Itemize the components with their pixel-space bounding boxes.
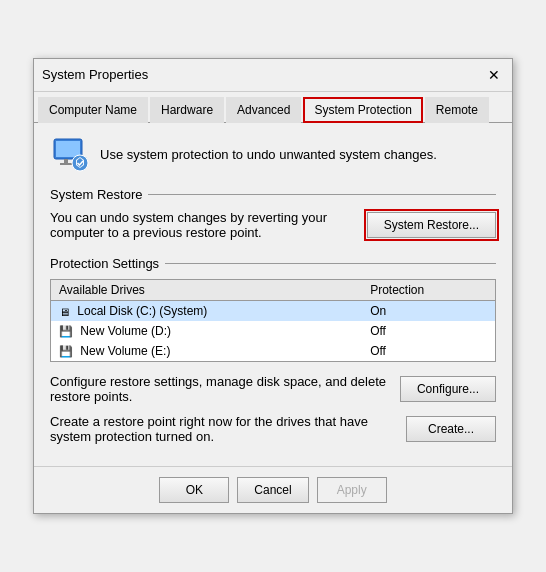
drive-icon: 💾 (59, 325, 73, 338)
drives-table: Available Drives Protection 🖥 Local Disk… (50, 279, 496, 363)
apply-button[interactable]: Apply (317, 477, 387, 503)
create-description: Create a restore point right now for the… (50, 414, 396, 444)
close-button[interactable]: ✕ (484, 65, 504, 85)
svg-rect-1 (56, 141, 80, 157)
protection-icon (50, 135, 90, 175)
header-description: Use system protection to undo unwanted s… (100, 147, 437, 162)
cancel-button[interactable]: Cancel (237, 477, 308, 503)
drive-protection: On (362, 300, 495, 321)
table-row[interactable]: 💾 New Volume (E:) Off (51, 341, 496, 362)
system-restore-button[interactable]: System Restore... (367, 212, 496, 238)
ok-button[interactable]: OK (159, 477, 229, 503)
svg-rect-3 (60, 163, 72, 165)
drive-name: 💾 New Volume (D:) (51, 321, 363, 341)
table-row[interactable]: 🖥 Local Disk (C:) (System) On (51, 300, 496, 321)
system-restore-label: System Restore (50, 187, 142, 202)
drive-icon: 💾 (59, 345, 73, 358)
protection-settings-label: Protection Settings (50, 256, 159, 271)
svg-rect-2 (64, 159, 68, 163)
table-row[interactable]: 💾 New Volume (D:) Off (51, 321, 496, 341)
configure-button[interactable]: Configure... (400, 376, 496, 402)
configure-description: Configure restore settings, manage disk … (50, 374, 390, 404)
restore-section: You can undo system changes by reverting… (50, 210, 496, 240)
drive-name: 💾 New Volume (E:) (51, 341, 363, 362)
content-area: Use system protection to undo unwanted s… (34, 123, 512, 467)
header-section: Use system protection to undo unwanted s… (50, 135, 496, 175)
create-button[interactable]: Create... (406, 416, 496, 442)
table-header-row: Available Drives Protection (51, 279, 496, 300)
drive-protection: Off (362, 321, 495, 341)
protection-settings-section: Protection Settings Available Drives Pro… (50, 256, 496, 363)
configure-row: Configure restore settings, manage disk … (50, 374, 496, 404)
footer: OK Cancel Apply (34, 466, 512, 513)
drive-name: 🖥 Local Disk (C:) (System) (51, 300, 363, 321)
col-protection: Protection (362, 279, 495, 300)
tab-system-protection[interactable]: System Protection (303, 97, 422, 123)
system-properties-window: System Properties ✕ Computer Name Hardwa… (33, 58, 513, 515)
tab-advanced[interactable]: Advanced (226, 97, 301, 123)
create-row: Create a restore point right now for the… (50, 414, 496, 444)
divider-line (148, 194, 496, 195)
title-bar: System Properties ✕ (34, 59, 512, 92)
drive-icon: 🖥 (59, 306, 70, 318)
drive-protection: Off (362, 341, 495, 362)
tab-bar: Computer Name Hardware Advanced System P… (34, 92, 512, 123)
system-restore-divider: System Restore (50, 187, 496, 202)
divider-line2 (165, 263, 496, 264)
protection-settings-divider: Protection Settings (50, 256, 496, 271)
window-title: System Properties (42, 67, 148, 82)
tab-hardware[interactable]: Hardware (150, 97, 224, 123)
col-drives: Available Drives (51, 279, 363, 300)
tab-remote[interactable]: Remote (425, 97, 489, 123)
tab-computer-name[interactable]: Computer Name (38, 97, 148, 123)
restore-description: You can undo system changes by reverting… (50, 210, 357, 240)
